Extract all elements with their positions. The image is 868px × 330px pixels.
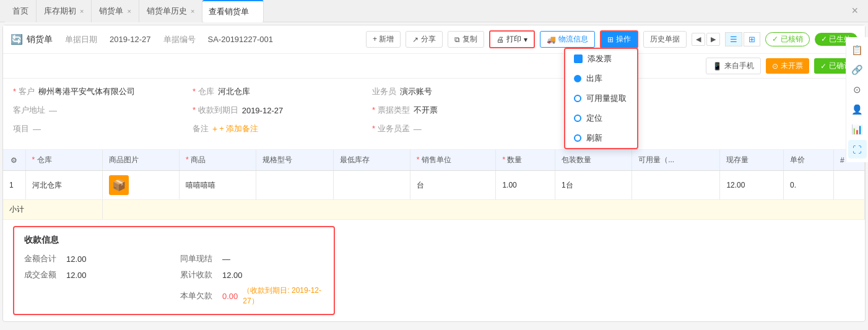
copy-button[interactable]: ⧉ 复制 — [448, 31, 484, 48]
sidebar-icon-document[interactable]: 📋 — [848, 41, 867, 59]
deal-amount-item: 成交金额 12.00 — [24, 269, 168, 280]
sidebar-icon-circle[interactable]: ⊙ — [848, 80, 867, 99]
address-value: — — [49, 106, 57, 115]
form-row-1: 客户 柳州粤港平安气体有限公司 仓库 河北仓库 业务员 演示账号 — [13, 86, 855, 97]
col-current-qty: 现存量 — [720, 150, 784, 171]
same-settlement-value: — — [222, 254, 230, 264]
subtotal-row: 小计 — [3, 200, 865, 220]
col-product-img: 商品图片 — [102, 150, 179, 171]
doc-actions: + 新增 ↗ 分享 ⧉ 复制 🖨 打印 ▾ — [366, 30, 857, 48]
row-current-qty: 12.00 — [720, 171, 784, 200]
prev-button[interactable]: ◀ — [692, 33, 705, 46]
tab-sales-order[interactable]: 销货单 × — [92, 0, 139, 22]
warehouse-field: 仓库 河北仓库 — [193, 86, 347, 97]
col-pack-qty: 包装数量 — [555, 150, 631, 171]
doc-title-area: 🔄 销货单 — [11, 33, 53, 45]
close-inventory-init[interactable]: × — [80, 7, 84, 15]
doc-type-label: 销货单 — [27, 34, 53, 45]
number-label: 单据编号 — [163, 34, 196, 45]
sidebar-icon-expand[interactable]: ⛶ — [848, 140, 867, 158]
list-view-button[interactable]: ☰ — [725, 32, 742, 46]
close-window-button[interactable]: × — [846, 4, 863, 17]
close-view-sales[interactable]: × — [253, 8, 256, 15]
right-sidebar: 📋 🔗 ⊙ 👤 📊 ⛶ — [846, 37, 868, 162]
new-button[interactable]: + 新增 — [366, 31, 401, 48]
grid-view-button[interactable]: ⊞ — [744, 32, 760, 46]
salesperson2-field: 业务员孟 — — [372, 123, 527, 134]
form-row-3: 项目 — 备注 + + 添加备注 业务员孟 — — [13, 123, 855, 134]
project-field: 项目 — — [13, 123, 168, 134]
due-date-field: 收款到期日 2019-12-27 — [193, 105, 347, 116]
row-warehouse: 河北仓库 — [25, 171, 102, 200]
col-min-stock: 最低库存 — [333, 150, 410, 171]
close-sales-history[interactable]: × — [191, 7, 194, 15]
due-date-label: 收款到期日 — [193, 105, 238, 116]
form-section: 客户 柳州粤港平安气体有限公司 仓库 河北仓库 业务员 演示账号 客户地址 — [3, 79, 865, 150]
form-row-2: 客户地址 — 收款到期日 2019-12-27 票据类型 不开票 — [13, 105, 855, 116]
add-invoice-icon — [574, 54, 583, 63]
tab-view-sales[interactable]: 查看销货单 × — [202, 0, 263, 22]
dropdown-refresh[interactable]: 刷新 — [565, 128, 637, 148]
dropdown-out-stock[interactable]: 出库 — [565, 69, 637, 89]
sidebar-icon-user[interactable]: 👤 — [848, 100, 867, 119]
print-button[interactable]: 🖨 打印 ▾ — [489, 30, 535, 48]
salesperson-value: 演示账号 — [400, 86, 432, 97]
dropdown-locate[interactable]: 定位 — [565, 108, 637, 128]
project-label: 项目 — [13, 123, 29, 134]
sidebar-icon-link[interactable]: 🔗 — [848, 61, 867, 79]
payment-title: 收款信息 — [24, 235, 324, 246]
row-qty: 1.00 — [496, 171, 555, 200]
tab-sales-history[interactable]: 销货单历史 × — [139, 0, 202, 22]
date-value: 2019-12-27 — [110, 35, 151, 44]
history-button[interactable]: 历史单据 — [643, 31, 687, 48]
col-price: 单价 — [784, 150, 834, 171]
dropdown-available-qty[interactable]: 可用量提取 — [565, 89, 637, 108]
deal-amount-label: 成交金额 — [24, 269, 61, 280]
cumulative-label: 累计收款 — [180, 269, 217, 280]
invoice-status-button[interactable]: ⊙ 未开票 — [766, 58, 809, 74]
col-unit: * 销售单位 — [410, 150, 496, 171]
share-button[interactable]: ↗ 分享 — [406, 31, 443, 48]
operate-dropdown: 添发票 出库 可用量提取 — [564, 48, 638, 149]
col-available-qty: 可用量（... — [632, 150, 720, 171]
plus-icon: + — [212, 124, 217, 134]
operate-button[interactable]: ⊞ 操作 — [600, 30, 638, 48]
sidebar-icon-chart[interactable]: 📊 — [848, 120, 867, 139]
settings-icon[interactable]: ⚙ — [11, 156, 17, 165]
second-toolbar: 📱 来自手机 ⊙ 未开票 ✓ 已确认 — [3, 54, 865, 79]
tab-home[interactable]: 首页 — [5, 0, 37, 22]
col-qty: * 数量 — [496, 150, 555, 171]
cumulative-item: 累计收款 12.00 — [180, 269, 324, 280]
product-image-icon: 📦 — [112, 178, 126, 192]
address-label: 客户地址 — [13, 105, 45, 116]
note-label: 备注 — [193, 123, 209, 134]
customer-label: 客户 — [13, 86, 35, 97]
doc-meta: 单据日期 2019-12-27 单据编号 SA-20191227-001 — [65, 34, 273, 45]
row-unit: 台 — [410, 171, 496, 200]
product-table: ⚙ * 仓库 商品图片 * 商品 规格型号 最低库存 * 销售单位 * 数量 包… — [3, 150, 865, 220]
subtotal-values — [102, 200, 864, 220]
same-settlement-item: 同单现结 — — [180, 253, 324, 264]
sold-out-button[interactable]: ✓ 已核销 — [765, 32, 809, 46]
row-pack-qty: 1台 — [555, 171, 631, 200]
row-spec — [256, 171, 333, 200]
refresh-icon — [574, 134, 581, 142]
effective-icon: ✓ — [821, 35, 827, 43]
add-note-button[interactable]: + + 添加备注 — [212, 123, 258, 134]
note-field: 备注 + + 添加备注 — [193, 123, 347, 134]
close-sales-order[interactable]: × — [127, 7, 131, 15]
available-qty-icon — [574, 95, 581, 102]
salesperson2-label: 业务员孟 — [372, 123, 410, 134]
total-amount-item: 金额合计 12.00 — [24, 253, 168, 264]
subtotal-label: 小计 — [3, 200, 102, 220]
main-content: 🔄 销货单 单据日期 2019-12-27 单据编号 SA-20191227-0… — [2, 25, 866, 322]
out-stock-icon — [574, 75, 581, 82]
logistics-button[interactable]: 🚚 物流信息 — [540, 31, 595, 48]
address-field: 客户地址 — — [13, 105, 168, 116]
dropdown-add-invoice[interactable]: 添发票 — [565, 49, 637, 69]
tab-inventory-init[interactable]: 库存期初 × — [37, 0, 92, 22]
from-phone-button[interactable]: 📱 来自手机 — [706, 58, 761, 74]
truck-icon: 🚚 — [547, 35, 556, 44]
col-product: * 商品 — [180, 150, 256, 171]
next-button[interactable]: ▶ — [706, 33, 720, 46]
